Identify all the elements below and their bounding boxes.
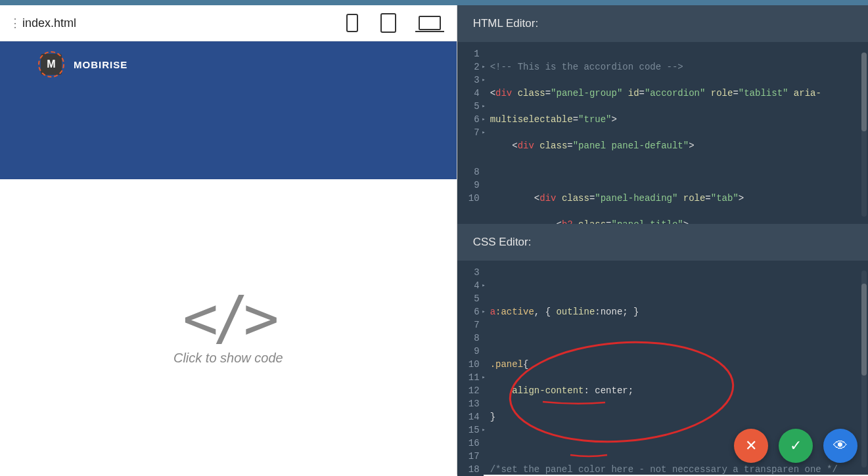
file-bar: ⋮ index.html [0,5,457,41]
html-code[interactable]: <!-- This is the accordion code --> <div… [484,42,868,224]
action-buttons: ✕ ✓ 👁 [734,429,857,463]
html-gutter: 12345678910 [457,42,484,224]
eye-icon: 👁 [833,437,848,454]
annotation-underline [569,451,622,460]
html-editor-body[interactable]: 12345678910 <!-- This is the accordion c… [457,42,868,224]
css-scrollbar[interactable] [861,270,867,467]
device-switcher [346,13,447,33]
html-editor-title: HTML Editor: [457,5,868,42]
mobirise-logo-icon: M [41,54,62,75]
preview-pane: ⋮ index.html M MOBIRISE </> Click to sho… [0,5,457,475]
css-editor-title: CSS Editor: [457,224,868,261]
css-gutter: 3456789101112131415161718 [457,261,484,476]
phone-icon[interactable] [346,14,358,32]
site-header: M MOBIRISE [0,41,457,87]
file-name: index.html [22,16,346,30]
editors-pane: HTML Editor: 12345678910 <!-- This is th… [457,5,868,475]
tablet-icon[interactable] [380,13,396,33]
close-icon: ✕ [745,437,757,454]
preview-area: M MOBIRISE </> Click to show code [0,41,457,475]
html-scrollbar[interactable] [861,53,867,217]
menu-icon[interactable]: ⋮ [9,17,17,29]
code-placeholder-text: Click to show code [173,351,283,366]
hero-strip [0,87,457,179]
site-title: MOBIRISE [74,59,127,70]
confirm-button[interactable]: ✓ [779,429,813,463]
code-brackets-icon: </> [183,289,274,348]
preview-button[interactable]: 👁 [823,429,857,463]
laptop-icon[interactable] [419,16,441,30]
code-placeholder[interactable]: </> Click to show code [0,179,457,475]
check-icon: ✓ [790,437,802,454]
cancel-button[interactable]: ✕ [734,429,768,463]
html-editor: HTML Editor: 12345678910 <!-- This is th… [457,5,868,224]
